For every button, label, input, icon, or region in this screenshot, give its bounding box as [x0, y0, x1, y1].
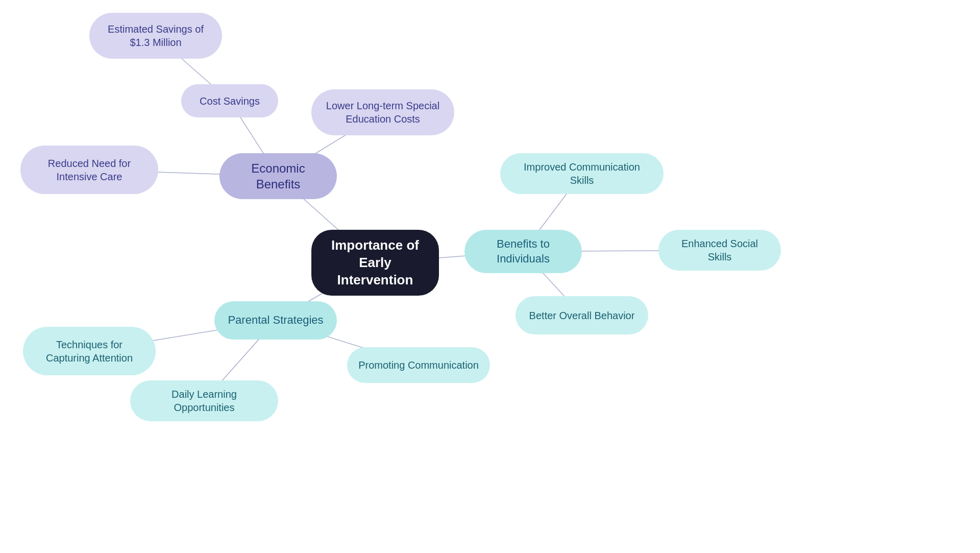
reduced-need-node: Reduced Need for Intensive Care — [20, 146, 158, 194]
parental-strategies-node: Parental Strategies — [214, 301, 337, 340]
improved-comm-node: Improved Communication Skills — [500, 153, 664, 194]
benefits-individuals-node: Benefits to Individuals — [464, 230, 582, 273]
promoting-comm-node: Promoting Communication — [347, 347, 490, 383]
cost-savings-node: Cost Savings — [181, 84, 278, 117]
economic-benefits-node: Economic Benefits — [219, 153, 337, 199]
daily-learning-node: Daily Learning Opportunities — [130, 380, 278, 421]
estimated-savings-node: Estimated Savings of $1.3 Million — [89, 13, 222, 59]
techniques-node: Techniques for Capturing Attention — [23, 327, 156, 375]
lower-longterm-node: Lower Long-term Special Education Costs — [311, 89, 454, 135]
better-behavior-node: Better Overall Behavior — [516, 296, 648, 334]
enhanced-social-node: Enhanced Social Skills — [658, 230, 781, 271]
center-node: Importance of Early Intervention — [311, 230, 439, 296]
